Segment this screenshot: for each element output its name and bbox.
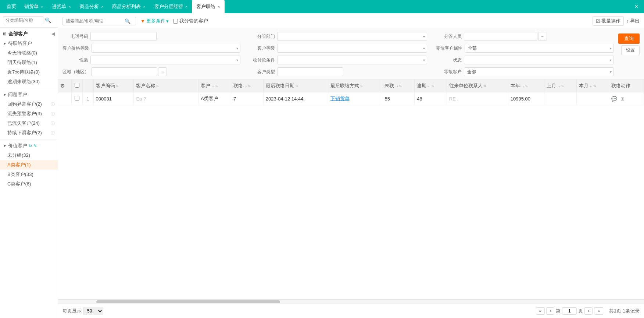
next-page-btn[interactable]: › [584,307,593,315]
sidebar-search-input[interactable] [3,16,43,24]
first-page-btn[interactable]: « [536,307,545,315]
sort-last-month-icon[interactable]: ⇅ [561,84,564,88]
divider-1 [0,88,58,88]
customer-level-label: 客户等级 [249,45,275,52]
query-btn[interactable]: 查询 [618,33,640,44]
sidebar-item-lost[interactable]: 已流失客户(24) ⓘ [0,119,58,128]
payment-select[interactable] [277,56,427,64]
sort-no-contact-icon[interactable]: ⇅ [399,84,402,88]
last-page-btn[interactable]: » [594,307,603,315]
sort-last-method-icon[interactable]: ⇅ [360,84,363,88]
sidebar-item-7days[interactable]: 近7天待联络(0) [0,67,58,77]
last-method-link[interactable]: 下销货单 [330,96,350,101]
sort-name-icon[interactable]: ⇅ [156,84,159,88]
th-code: 客户编码 ⇅ [93,80,134,92]
sidebar-item-tomorrow[interactable]: 明天待联络(1) [0,58,58,67]
person-dots-btn[interactable]: ··· [538,32,547,41]
sort-this-month-icon[interactable]: ⇅ [593,84,596,88]
close-customer-mgmt-tab[interactable]: × [185,4,187,9]
nav-tab-customer-mgmt[interactable]: 客户分层经营 × [150,0,192,13]
th-overdue: 逾期... ⇅ [415,80,447,92]
total-records: 共1页 1条记录 [609,308,640,314]
nav-tab-analysis[interactable]: 商品分析 × [75,0,108,13]
prev-page-btn[interactable]: ‹ [546,307,554,315]
sort-last-date-icon[interactable]: ⇅ [295,84,298,88]
retail-attr-select[interactable]: 全部 [465,44,614,53]
nav-tab-sales[interactable]: 销货单 × [20,0,47,13]
sort-code-icon[interactable]: ⇅ [116,84,119,88]
person-label: 分管人员 [436,33,462,40]
filter-field-price-level: 客户价格等级 ▾ [62,44,240,53]
nature-select[interactable] [90,56,240,64]
sidebar-search-icon[interactable]: 🔍 [45,17,51,23]
sidebar-item-today[interactable]: 今天待联络(0) [0,48,58,58]
value-refresh-icon[interactable]: ↻ [29,144,32,148]
sidebar-item-declining[interactable]: 持续下滑客户(2) ⓘ [0,128,58,138]
person-input[interactable] [464,32,537,41]
region-dots-btn[interactable]: ··· [158,67,167,76]
my-customers-checkbox[interactable] [173,19,178,24]
page-size-select[interactable]: 50 100 200 [83,307,103,315]
sidebar-item-a-class[interactable]: A类客户(1) [0,160,58,170]
sort-contact-icon[interactable]: ⇅ [248,84,251,88]
page-input[interactable] [562,307,577,315]
nav-home[interactable]: 首页 [3,0,20,13]
sidebar-item-overdue[interactable]: 逾期未联络(30) [0,77,58,86]
sidebar-group-problem[interactable]: ▼ 问题客户 [0,90,58,99]
close-sales-tab[interactable]: × [41,4,43,9]
sidebar-collapse-btn[interactable]: ◀ [51,31,55,36]
filter-search-input[interactable] [66,18,125,24]
close-purchase-tab[interactable]: × [68,4,71,9]
settings-btn[interactable]: 设置 [621,45,640,55]
sidebar-all-customers[interactable]: ⊞ 全部客户 ◀ [0,28,58,39]
region-input[interactable] [91,67,157,76]
row-checkbox[interactable] [75,96,79,100]
sidebar-item-abnormal[interactable]: 回购异常客户(2) ⓘ [0,99,58,109]
scroll-bar-area [58,299,644,304]
retail-customer-select-wrap: 全部 ▾ [464,67,614,76]
my-customers-checkbox-label[interactable]: 我分管的客户 [173,18,208,24]
action-icon-1[interactable]: 💬 [611,96,617,102]
filter-more-btn[interactable]: ▼ 更多条件 ▾ [140,18,169,24]
status-select[interactable] [464,56,614,64]
nav-tab-purchase[interactable]: 进货单 × [47,0,75,13]
dept-select[interactable] [277,32,427,41]
scroll-thumb[interactable] [96,300,280,303]
sidebar-group-pending[interactable]: ▼ 待联络客户 [0,39,58,48]
sort-overdue-icon[interactable]: ⇅ [431,84,434,88]
th-last-month: 上月... ⇅ [544,80,577,92]
sort-this-year-icon[interactable]: ⇅ [525,84,528,88]
table-header-row: ⚙ 客户编码 ⇅ [58,80,644,92]
filter-row-1: 电话号码 分管部门 ▾ 分管人员 [62,32,614,41]
value-edit-icon[interactable]: ✎ [33,144,37,148]
divider-2 [0,139,58,139]
retail-attr-select-wrap: 全部 ▾ [465,44,614,53]
sidebar-item-ungrouped[interactable]: 未分组(32) [0,151,58,160]
customer-level-select[interactable] [277,44,427,53]
action-icon-2[interactable]: ⊞ [620,96,625,102]
close-analysis-tab[interactable]: × [101,4,103,9]
sort-level-icon[interactable]: ⇅ [215,84,218,88]
select-all-checkbox[interactable] [75,83,79,88]
td-code: 000031 [93,92,134,105]
sidebar-item-c-class[interactable]: C类客户(6) [0,179,58,189]
phone-input[interactable] [90,32,157,41]
window-close-btn[interactable]: × [632,3,641,10]
sort-unit-contact-icon[interactable]: ⇅ [483,84,486,88]
export-btn[interactable]: ↑ 导出 [627,18,640,24]
close-customer-contact-tab[interactable]: × [218,4,220,9]
customer-type-input[interactable] [277,67,343,76]
batch-op-btn[interactable]: ☑ 批量操作 [593,16,624,26]
th-unit-contact: 往来单位联系人 ⇅ [447,80,508,92]
sidebar-item-warning[interactable]: 流失预警客户(3) ⓘ [0,109,58,119]
price-level-select[interactable] [91,44,240,53]
filter-search-icon[interactable]: 🔍 [125,18,130,24]
gear-icon[interactable]: ⚙ [60,83,65,89]
close-analysis-list-tab[interactable]: × [143,4,145,9]
nav-tab-customer-contact[interactable]: 客户联络 × [192,0,224,13]
sidebar-item-b-class[interactable]: B类客户(33) [0,170,58,179]
retail-customer-select[interactable]: 全部 [464,67,614,76]
nav-tab-analysis-list[interactable]: 商品分析列表 × [108,0,150,13]
region-label: 区域（地区） [62,69,89,75]
sidebar-group-value[interactable]: ▼ 价值客户 ↻ ✎ [0,141,58,151]
